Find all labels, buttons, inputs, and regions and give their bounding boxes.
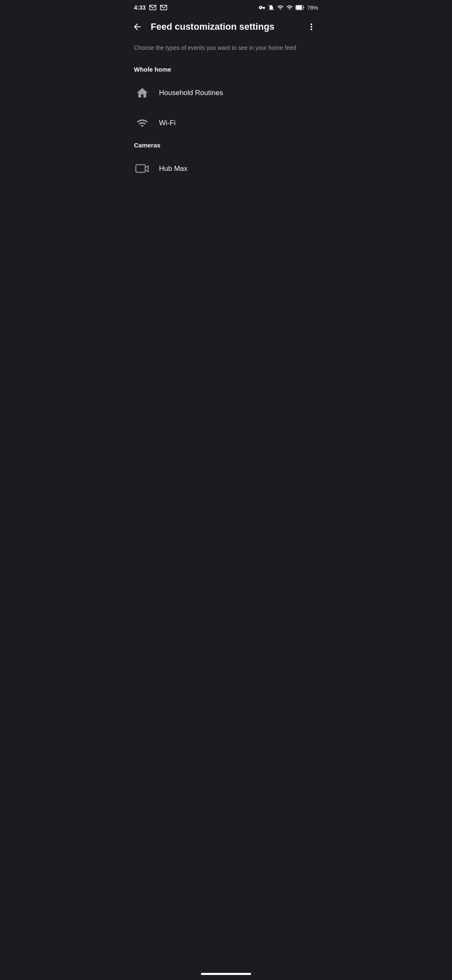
list-item-wifi[interactable]: Wi-Fi — [126, 108, 326, 138]
page-title: Feed customization settings — [151, 21, 298, 32]
signal-icon — [286, 4, 293, 11]
battery-icon — [295, 5, 305, 10]
status-bar: 4:33 7 — [126, 0, 326, 13]
wifi-item-icon — [134, 115, 151, 132]
section-header-cameras: Cameras — [126, 138, 326, 154]
svg-rect-2 — [296, 6, 302, 10]
list-item-household-routines[interactable]: Household Routines — [126, 78, 326, 108]
more-options-button[interactable] — [303, 18, 320, 35]
gmail-icon-1 — [149, 5, 157, 10]
wifi-label: Wi-Fi — [159, 119, 176, 127]
notifications-off-icon — [268, 4, 275, 11]
vpn-icon — [259, 4, 265, 11]
feed-description: Choose the types of events you want to s… — [126, 40, 326, 62]
status-icons: 78% — [259, 4, 318, 11]
hub-max-label: Hub Max — [159, 165, 187, 173]
section-whole-home: Whole home Household Routines Wi-Fi — [126, 62, 326, 138]
wifi-status-icon — [277, 4, 284, 11]
section-header-whole-home: Whole home — [126, 62, 326, 78]
svg-point-3 — [141, 91, 143, 93]
gmail-icon-2 — [160, 5, 167, 10]
hub-max-icon — [134, 160, 151, 177]
household-routines-icon — [134, 85, 151, 101]
section-cameras: Cameras Hub Max — [126, 138, 326, 184]
back-button[interactable] — [129, 18, 146, 35]
list-item-hub-max[interactable]: Hub Max — [126, 154, 326, 184]
battery-percent: 78% — [307, 5, 318, 11]
home-indicator — [201, 973, 251, 975]
household-routines-label: Household Routines — [159, 89, 223, 97]
toolbar: Feed customization settings — [126, 13, 326, 40]
status-time: 4:33 — [134, 4, 167, 11]
svg-rect-4 — [136, 165, 145, 172]
